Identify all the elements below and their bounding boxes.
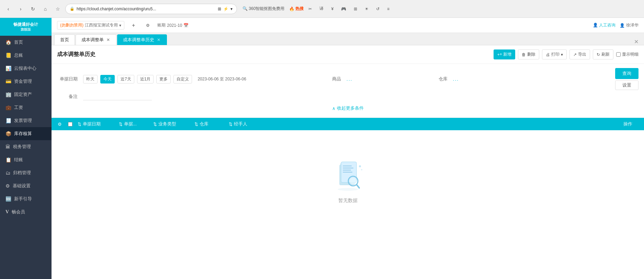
sidebar-label-guide: 新手引导 [14, 196, 32, 202]
tab-cost-adjust-close[interactable]: ✕ [106, 37, 111, 42]
invoice-icon: 🧾 [5, 118, 11, 123]
th-biz-type[interactable]: ⇅ 业务类型 [150, 121, 192, 127]
back-button[interactable]: ‹ [3, 4, 13, 14]
browser-chrome: ‹ › ↻ ⌂ ☆ 🔒 https://cloud.chanjet.com/ac… [0, 0, 644, 18]
collapse-button[interactable]: ∧ 收起更多条件 [57, 103, 639, 113]
sidebar-label-settings: 基础设置 [13, 183, 31, 189]
collapse-arrow-icon: ∧ [332, 106, 336, 111]
show-columns-checkbox[interactable] [616, 52, 621, 57]
sidebar-item-inventory[interactable]: 📦 库存核算 [0, 127, 52, 140]
sidebar-label-salary: 工资 [14, 104, 23, 111]
url-text: https://cloud.chanjet.com/accounting/uru… [77, 7, 156, 11]
search-btn[interactable]: 🔍 360智能抠图免费用 [240, 4, 287, 13]
company-settings-button[interactable]: ⚙ [143, 21, 153, 30]
month-btn[interactable]: 近1月 [137, 75, 154, 83]
svg-point-12 [361, 169, 362, 170]
th-settings[interactable]: ⚙ [54, 122, 65, 127]
select-all-checkbox[interactable] [68, 122, 72, 126]
sidebar-label-home: 首页 [14, 39, 23, 45]
bookmark-button[interactable]: ☆ [53, 4, 63, 14]
app-container: 畅捷通好会计 旗舰版 🏠 首页 📒 总账 📊 云报表中心 💳 资金管理 🏢 固定… [0, 18, 644, 279]
tab-home[interactable]: 首页 [54, 34, 75, 45]
refresh-button[interactable]: ↻ [28, 4, 38, 14]
date-range-text: 2023-06-06 至 2023-06-06 [197, 76, 246, 82]
more-btn[interactable]: 更多 [156, 75, 171, 83]
user-service-link[interactable]: 👤 人工咨询 [593, 22, 615, 28]
refresh-button[interactable]: ↻ 刷新 [593, 49, 613, 59]
menu-btn[interactable]: ≡ [384, 5, 392, 13]
tab-cost-adjust-history[interactable]: 成本调整单历史 ✕ [117, 34, 167, 45]
th-person[interactable]: ⇅ 经手人 [226, 121, 260, 127]
forward-button[interactable]: › [16, 4, 25, 14]
warehouse-more-btn[interactable]: ... [453, 76, 459, 82]
inventory-icon: 📦 [5, 131, 11, 136]
export-button[interactable]: ↗ 导出 [569, 49, 590, 59]
add-company-button[interactable]: + [128, 21, 138, 30]
game-btn[interactable]: 🎮 [338, 5, 349, 13]
custom-btn[interactable]: 自定义 [173, 75, 192, 83]
sidebar-item-closing[interactable]: 📋 结账 [0, 153, 52, 166]
calendar-icon: 📅 [183, 23, 189, 28]
fixed-assets-icon: 🏢 [5, 92, 11, 97]
delete-button[interactable]: 🗑 删除 [518, 49, 539, 59]
company-dropdown-icon: ▾ [119, 23, 121, 28]
th-num-sort-icon: ⇅ [119, 122, 123, 127]
add-button[interactable]: + + 新增 [494, 49, 515, 59]
th-warehouse-sort-icon: ⇅ [194, 122, 198, 127]
remark-input[interactable] [83, 93, 152, 100]
sidebar-item-reports[interactable]: 📊 云报表中心 [0, 62, 52, 75]
sidebar-label-ledger: 总账 [14, 52, 23, 58]
sidebar-item-salary[interactable]: 💼 工资 [0, 101, 52, 114]
th-date[interactable]: ⇅ 单据日期 [75, 121, 116, 127]
funds-icon: 💳 [5, 79, 11, 84]
grid-btn[interactable]: ⊞ [351, 5, 360, 13]
sidebar-item-vip[interactable]: V 畅会员 [0, 205, 52, 219]
query-btn[interactable]: 查询 [615, 68, 639, 79]
sidebar-item-home[interactable]: 🏠 首页 [0, 36, 52, 49]
tab-home-label: 首页 [60, 37, 69, 43]
page-title: 成本调整单历史 [57, 51, 494, 58]
sidebar-item-archive[interactable]: 🗂 归档管理 [0, 166, 52, 179]
sidebar-item-fixed-assets[interactable]: 🏢 固定资产 [0, 88, 52, 101]
tab-cost-adjust[interactable]: 成本调整单 ✕ [76, 34, 116, 45]
print-button[interactable]: 🖨 打印 ▾ [542, 49, 567, 59]
sidebar-item-ledger[interactable]: 📒 总账 [0, 49, 52, 62]
sidebar-item-funds[interactable]: 💳 资金管理 [0, 75, 52, 88]
sidebar-item-guide[interactable]: 🆕 新手引导 [0, 192, 52, 205]
goods-more-btn[interactable]: ... [347, 76, 353, 82]
th-checkbox[interactable] [65, 122, 75, 126]
yesterday-btn[interactable]: 昨天 [83, 75, 98, 83]
empty-text: 暂无数据 [338, 198, 358, 204]
today-btn[interactable]: 今天 [100, 75, 115, 83]
th-number[interactable]: ⇅ 单据... [116, 121, 150, 127]
period-info: 账期 2021-10 📅 [157, 22, 189, 28]
scissors-btn[interactable]: ✂ [306, 5, 315, 13]
brightness-btn[interactable]: ☀ [362, 5, 371, 13]
empty-illustration [331, 158, 365, 192]
app-logo: 畅捷通好会计 旗舰版 [0, 18, 52, 36]
sidebar-label-tax: 税务管理 [13, 144, 31, 150]
sidebar-label-reports: 云报表中心 [14, 65, 36, 71]
sidebar-item-invoice[interactable]: 🧾 发票管理 [0, 114, 52, 127]
tax-icon: 🏛 [5, 144, 10, 149]
close-all-tabs-button[interactable]: ✕ [631, 38, 641, 45]
translate-btn[interactable]: 译 [317, 4, 326, 13]
th-warehouse[interactable]: ⇅ 仓库 [192, 121, 226, 127]
sidebar: 畅捷通好会计 旗舰版 🏠 首页 📒 总账 📊 云报表中心 💳 资金管理 🏢 固定… [0, 18, 52, 279]
undo-btn[interactable]: ↺ [373, 5, 382, 13]
home-button[interactable]: ⌂ [41, 4, 50, 14]
user-avatar-icon: 👤 [620, 23, 625, 28]
show-columns-toggle[interactable]: 显示明细 [616, 52, 639, 57]
sidebar-item-tax[interactable]: 🏛 税务管理 [0, 140, 52, 153]
wallet-btn[interactable]: ¥ [328, 5, 336, 13]
address-bar[interactable]: 🔒 https://cloud.chanjet.com/accounting/u… [65, 4, 237, 14]
period-value: 2021-10 [167, 23, 182, 28]
tab-cost-adjust-history-close[interactable]: ✕ [156, 37, 161, 42]
settings-filter-btn[interactable]: 设置 [615, 80, 639, 90]
company-selector[interactable]: (勿删勿禁用) 江西报宝测试专用 ▾ [57, 21, 124, 30]
sidebar-item-settings[interactable]: ⚙ 基础设置 [0, 179, 52, 192]
home-icon: 🏠 [5, 40, 11, 45]
filter-area: 单据日期 昨天 今天 近7天 近1月 更多 自定义 2023-06-06 至 2… [52, 64, 644, 118]
week-btn[interactable]: 近7天 [117, 75, 134, 83]
goods-filter-label: 商品 [320, 76, 341, 82]
